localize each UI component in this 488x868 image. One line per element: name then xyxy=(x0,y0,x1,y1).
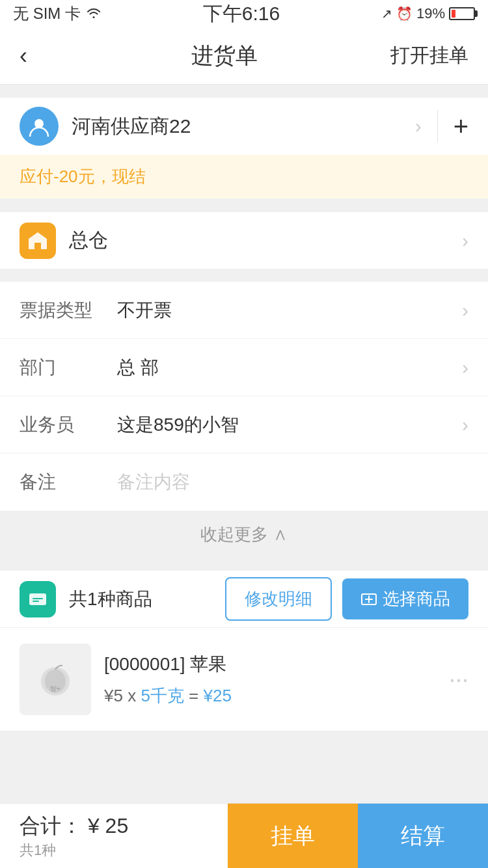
checkout-button[interactable]: 结算 xyxy=(358,804,488,868)
warehouse-icon xyxy=(20,223,56,259)
product-more-button[interactable]: ··· xyxy=(449,666,468,693)
warehouse-section: 总仓 › xyxy=(0,211,488,269)
page-title: 进货单 xyxy=(191,41,258,71)
status-carrier: 无 SIM 卡 xyxy=(13,3,102,24)
total-amount: 合计： ¥ 25 xyxy=(20,812,208,841)
invoice-label: 票据类型 xyxy=(20,298,104,323)
location-icon: ↗ xyxy=(381,6,392,21)
product-section: 共1种商品 修改明细 选择商品 智+ [0000001] 苹果 ¥5 x xyxy=(0,571,488,731)
total-section: 合计： ¥ 25 共1种 xyxy=(0,804,228,868)
warehouse-chevron-icon: › xyxy=(462,230,468,252)
warehouse-row[interactable]: 总仓 › xyxy=(0,211,488,269)
salesman-chevron-icon: › xyxy=(462,414,468,436)
open-hang-button[interactable]: 打开挂单 xyxy=(390,42,468,69)
product-total: ¥25 xyxy=(204,686,232,705)
battery-percent: 19% xyxy=(416,5,445,22)
dept-row[interactable]: 部门 总 部 › xyxy=(0,339,488,396)
select-product-label: 选择商品 xyxy=(383,588,450,610)
collapse-toggle[interactable]: 收起更多 ∧ xyxy=(0,511,488,558)
remark-row[interactable]: 备注 备注内容 xyxy=(0,454,488,511)
hang-label: 挂单 xyxy=(271,821,315,851)
product-info: [0000001] 苹果 ¥5 x 5千克 = ¥25 xyxy=(104,652,449,707)
product-count: 共1种商品 xyxy=(69,587,225,612)
supplier-row[interactable]: 河南供应商22 › + xyxy=(0,98,488,155)
invoice-value: 不开票 xyxy=(104,298,462,323)
price-per-unit: ¥5 x xyxy=(104,686,141,705)
product-header: 共1种商品 修改明细 选择商品 xyxy=(0,571,488,628)
checkout-label: 结算 xyxy=(401,821,445,851)
battery-icon xyxy=(449,7,475,20)
dept-label: 部门 xyxy=(20,355,104,380)
select-product-button[interactable]: 选择商品 xyxy=(342,578,468,619)
total-label: 合计： xyxy=(20,814,82,837)
supplier-divider xyxy=(437,110,438,142)
product-qty: 5千克 xyxy=(141,686,183,705)
back-button[interactable]: ‹ xyxy=(20,42,59,70)
remark-label: 备注 xyxy=(20,470,104,495)
salesman-value: 这是859的小智 xyxy=(104,413,462,437)
status-right-icons: ↗ ⏰ 19% xyxy=(381,5,475,22)
salesman-label: 业务员 xyxy=(20,413,104,437)
product-section-icon xyxy=(20,581,56,617)
price-equals: = xyxy=(189,686,203,705)
dept-value: 总 部 xyxy=(104,355,462,380)
supplier-chevron-icon: › xyxy=(415,115,422,137)
dept-chevron-icon: › xyxy=(462,357,468,379)
remark-input[interactable]: 备注内容 xyxy=(104,470,468,495)
product-price: ¥5 x 5千克 = ¥25 xyxy=(104,685,449,707)
svg-text:智+: 智+ xyxy=(50,685,61,692)
supplier-avatar xyxy=(20,107,59,146)
invoice-row[interactable]: 票据类型 不开票 › xyxy=(0,282,488,339)
warehouse-divider xyxy=(0,198,488,211)
wifi-icon xyxy=(86,5,102,23)
product-item: 智+ [0000001] 苹果 ¥5 x 5千克 = ¥25 ··· xyxy=(0,628,488,731)
top-divider xyxy=(0,85,488,98)
warehouse-name: 总仓 xyxy=(69,227,462,254)
alarm-icon: ⏰ xyxy=(396,6,413,21)
product-thumbnail: 智+ xyxy=(20,644,91,715)
add-supplier-button[interactable]: + xyxy=(454,112,468,141)
product-code: [0000001] 苹果 xyxy=(104,654,226,674)
total-count: 共1种 xyxy=(20,841,208,860)
total-value: ¥ 25 xyxy=(88,814,128,837)
salesman-row[interactable]: 业务员 这是859的小智 › xyxy=(0,396,488,454)
bottom-bar: 合计： ¥ 25 共1种 挂单 结算 xyxy=(0,803,488,868)
form-section: 票据类型 不开票 › 部门 总 部 › 业务员 这是859的小智 › 备注 备注… xyxy=(0,282,488,511)
svg-rect-1 xyxy=(34,243,41,249)
nav-bar: ‹ 进货单 打开挂单 xyxy=(0,27,488,85)
status-bar: 无 SIM 卡 下午6:16 ↗ ⏰ 19% xyxy=(0,0,488,27)
supplier-section: 河南供应商22 › + 应付-20元，现结 xyxy=(0,98,488,198)
supplier-notice: 应付-20元，现结 xyxy=(0,155,488,198)
collapse-label: 收起更多 ∧ xyxy=(200,523,287,546)
carrier-text: 无 SIM 卡 xyxy=(13,3,81,24)
status-time: 下午6:16 xyxy=(203,1,280,27)
edit-detail-button[interactable]: 修改明细 xyxy=(225,577,332,621)
bottom-spacer xyxy=(0,731,488,809)
battery-fill xyxy=(452,10,455,18)
supplier-name: 河南供应商22 xyxy=(72,113,415,140)
product-name: [0000001] 苹果 xyxy=(104,652,449,677)
invoice-chevron-icon: › xyxy=(462,299,468,321)
hang-button[interactable]: 挂单 xyxy=(228,804,358,868)
